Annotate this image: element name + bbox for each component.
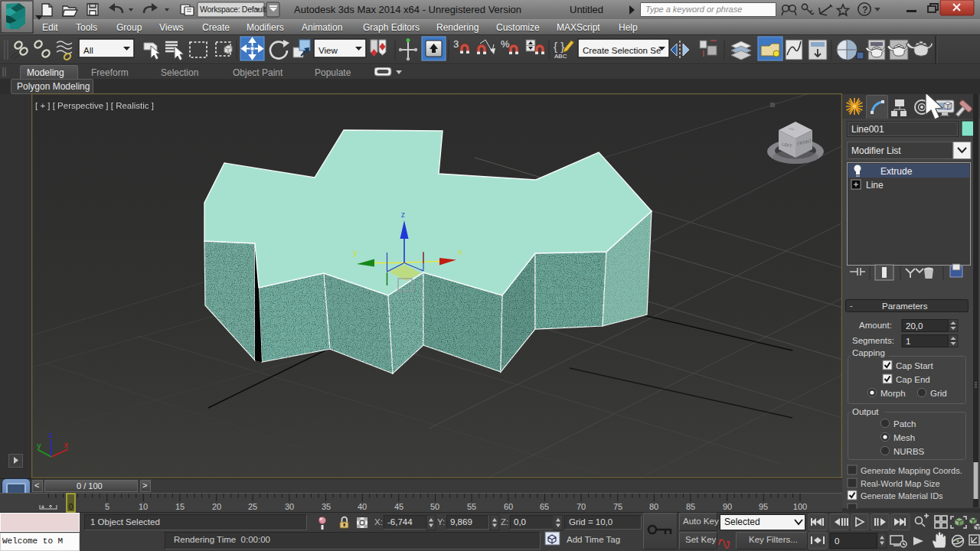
svg-text:20,0: 20,0 [906, 321, 923, 331]
svg-text:?: ? [862, 5, 867, 15]
svg-text:x: x [458, 248, 462, 256]
svg-text:[ + ] [ Perspective ] [ Realis: [ + ] [ Perspective ] [ Realistic ] [35, 101, 154, 110]
svg-text:Modifier List: Modifier List [851, 145, 901, 156]
svg-text:1: 1 [906, 337, 910, 346]
svg-text:Line: Line [866, 180, 884, 191]
svg-text:z: z [48, 431, 52, 439]
svg-text:Extrude: Extrude [880, 166, 913, 177]
svg-text:y: y [37, 442, 41, 450]
svg-text:Line001: Line001 [851, 124, 884, 135]
svg-text:-: - [850, 301, 853, 310]
svg-text:y: y [353, 249, 357, 257]
svg-text:z: z [401, 210, 405, 219]
svg-text:0: 0 [835, 536, 839, 546]
svg-text:Parameters: Parameters [882, 302, 928, 311]
svg-text:x: x [64, 441, 69, 449]
